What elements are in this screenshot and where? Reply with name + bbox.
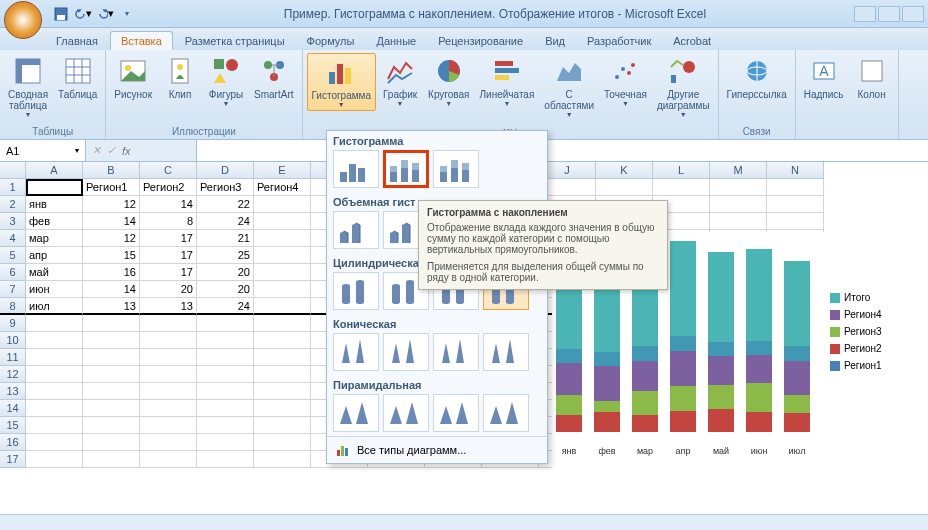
- chart-bar-июн[interactable]: [746, 249, 772, 432]
- cell-B6[interactable]: 16: [83, 264, 140, 281]
- gallery-option-0-0[interactable]: [333, 150, 379, 188]
- cell-B17[interactable]: [83, 451, 140, 468]
- cell-A8[interactable]: июл: [26, 298, 83, 315]
- cell-D17[interactable]: [197, 451, 254, 468]
- cell-A14[interactable]: [26, 400, 83, 417]
- cell-E16[interactable]: [254, 434, 311, 451]
- cell-D15[interactable]: [197, 417, 254, 434]
- row-header-8[interactable]: 8: [0, 298, 26, 315]
- gallery-option-3-3[interactable]: [483, 333, 529, 371]
- cell-C17[interactable]: [140, 451, 197, 468]
- cell-E14[interactable]: [254, 400, 311, 417]
- row-header-3[interactable]: 3: [0, 213, 26, 230]
- cell-A3[interactable]: фев: [26, 213, 83, 230]
- cell-A2[interactable]: янв: [26, 196, 83, 213]
- gallery-option-2-0[interactable]: [333, 272, 379, 310]
- cell-E1[interactable]: Регион4: [254, 179, 311, 196]
- cell-B5[interactable]: 15: [83, 247, 140, 264]
- cell-D13[interactable]: [197, 383, 254, 400]
- cell-E2[interactable]: [254, 196, 311, 213]
- cell-E8[interactable]: [254, 298, 311, 315]
- cell-A6[interactable]: май: [26, 264, 83, 281]
- cell-A5[interactable]: апр: [26, 247, 83, 264]
- ribbon-Фигуры[interactable]: Фигуры▼: [204, 53, 248, 109]
- ribbon-График[interactable]: График▼: [378, 53, 422, 109]
- name-box[interactable]: A1▾: [0, 140, 86, 161]
- cell-D6[interactable]: 20: [197, 264, 254, 281]
- cell-D3[interactable]: 24: [197, 213, 254, 230]
- cell-B2[interactable]: 12: [83, 196, 140, 213]
- cell-C12[interactable]: [140, 366, 197, 383]
- ribbon-Точечная[interactable]: Точечная▼: [600, 53, 651, 109]
- cell-A15[interactable]: [26, 417, 83, 434]
- chart-bar-апр[interactable]: [670, 241, 696, 432]
- cell-E12[interactable]: [254, 366, 311, 383]
- cell-C16[interactable]: [140, 434, 197, 451]
- row-header-17[interactable]: 17: [0, 451, 26, 468]
- col-header-D[interactable]: D: [197, 162, 254, 179]
- cell-D4[interactable]: 21: [197, 230, 254, 247]
- row-header-7[interactable]: 7: [0, 281, 26, 298]
- legend-Регион1[interactable]: Регион1: [830, 360, 882, 371]
- cell-A13[interactable]: [26, 383, 83, 400]
- row-header-1[interactable]: 1: [0, 179, 26, 196]
- cell-D14[interactable]: [197, 400, 254, 417]
- cell-A4[interactable]: мар: [26, 230, 83, 247]
- ribbon-Колон[interactable]: Колон: [850, 53, 894, 102]
- cell-K1[interactable]: [596, 179, 653, 196]
- cancel-icon[interactable]: ✕: [92, 144, 101, 157]
- row-header-4[interactable]: 4: [0, 230, 26, 247]
- enter-icon[interactable]: ✓: [107, 144, 116, 157]
- cell-A17[interactable]: [26, 451, 83, 468]
- chart-bar-янв[interactable]: [556, 266, 582, 432]
- cell-D10[interactable]: [197, 332, 254, 349]
- cell-D8[interactable]: 24: [197, 298, 254, 315]
- ribbon-Сводная-таблица[interactable]: Своднаятаблица▼: [4, 53, 52, 120]
- tab-Вид[interactable]: Вид: [535, 32, 575, 50]
- col-header-N[interactable]: N: [767, 162, 824, 179]
- ribbon-Рисунок[interactable]: Рисунок: [110, 53, 156, 102]
- row-header-14[interactable]: 14: [0, 400, 26, 417]
- ribbon-Гиперссылка[interactable]: Гиперссылка: [723, 53, 791, 102]
- gallery-option-0-1[interactable]: [383, 150, 429, 188]
- ribbon-С-областями[interactable]: Собластями▼: [540, 53, 598, 120]
- cell-M1[interactable]: [710, 179, 767, 196]
- cell-C9[interactable]: [140, 315, 197, 332]
- col-header-C[interactable]: C: [140, 162, 197, 179]
- cell-L1[interactable]: [653, 179, 710, 196]
- cell-E9[interactable]: [254, 315, 311, 332]
- ribbon-Круговая[interactable]: Круговая▼: [424, 53, 473, 109]
- cell-C7[interactable]: 20: [140, 281, 197, 298]
- cell-A11[interactable]: [26, 349, 83, 366]
- col-header-K[interactable]: K: [596, 162, 653, 179]
- gallery-option-4-2[interactable]: [433, 394, 479, 432]
- tab-Вставка[interactable]: Вставка: [110, 31, 173, 50]
- gallery-option-3-2[interactable]: [433, 333, 479, 371]
- qat-customize-icon[interactable]: ▾: [118, 5, 136, 23]
- cell-B15[interactable]: [83, 417, 140, 434]
- legend-Итого[interactable]: Итого: [830, 292, 882, 303]
- row-header-13[interactable]: 13: [0, 383, 26, 400]
- gallery-option-1-0[interactable]: [333, 211, 379, 249]
- cell-N1[interactable]: [767, 179, 824, 196]
- tab-Главная[interactable]: Главная: [46, 32, 108, 50]
- cell-D5[interactable]: 25: [197, 247, 254, 264]
- cell-A12[interactable]: [26, 366, 83, 383]
- redo-icon[interactable]: ▾: [96, 5, 114, 23]
- cell-C14[interactable]: [140, 400, 197, 417]
- cell-B11[interactable]: [83, 349, 140, 366]
- cell-E5[interactable]: [254, 247, 311, 264]
- cell-B9[interactable]: [83, 315, 140, 332]
- row-header-5[interactable]: 5: [0, 247, 26, 264]
- legend-Регион3[interactable]: Регион3: [830, 326, 882, 337]
- gallery-option-4-3[interactable]: [483, 394, 529, 432]
- cell-B13[interactable]: [83, 383, 140, 400]
- cell-C3[interactable]: 8: [140, 213, 197, 230]
- cell-A7[interactable]: июн: [26, 281, 83, 298]
- chart-bar-фев[interactable]: [594, 272, 620, 432]
- cell-A10[interactable]: [26, 332, 83, 349]
- cell-A1[interactable]: [26, 179, 83, 196]
- col-header-M[interactable]: M: [710, 162, 767, 179]
- office-button[interactable]: [4, 1, 42, 39]
- cell-C6[interactable]: 17: [140, 264, 197, 281]
